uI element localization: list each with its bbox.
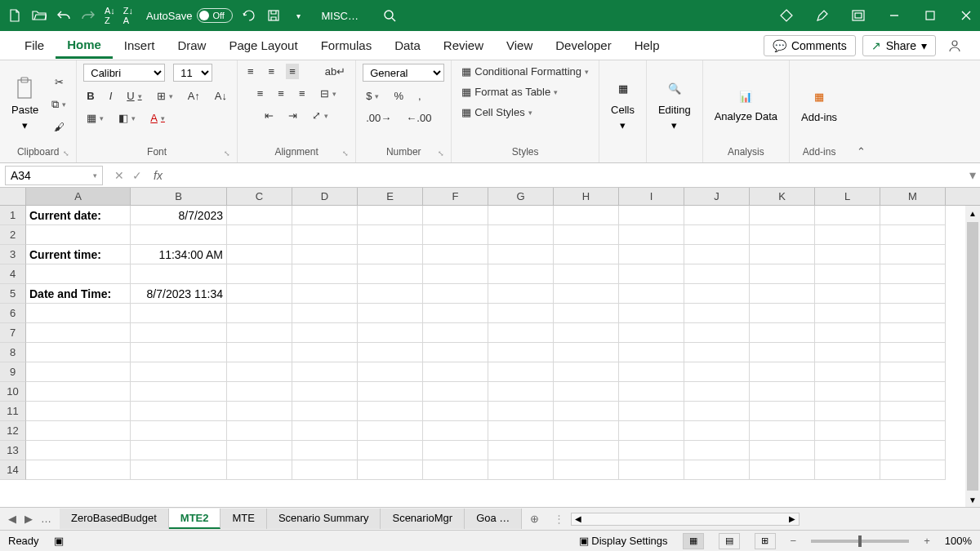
expand-formula-bar-icon[interactable]: ▾ (965, 167, 980, 183)
cell[interactable] (358, 382, 423, 402)
sort-asc-icon[interactable]: A↓Z (105, 7, 115, 24)
cell[interactable] (227, 460, 292, 480)
row-header[interactable]: 12 (0, 421, 26, 441)
cell[interactable] (684, 225, 750, 245)
cut-icon[interactable]: ✂ (51, 74, 67, 90)
row-header[interactable]: 14 (0, 460, 26, 480)
increase-decimal-icon[interactable]: .00→ (363, 110, 394, 126)
cell[interactable] (750, 206, 815, 225)
dialog-launcher-icon[interactable]: ⤡ (224, 149, 230, 158)
percent-icon[interactable]: % (390, 88, 407, 104)
cell[interactable] (880, 402, 946, 421)
row-header[interactable]: 13 (0, 441, 26, 460)
cell[interactable] (131, 421, 227, 441)
minimize-icon[interactable] (887, 8, 902, 23)
cell[interactable] (750, 441, 815, 460)
cell[interactable] (358, 323, 423, 343)
merge-icon[interactable]: ⊟▾ (317, 86, 340, 101)
cell[interactable] (358, 304, 423, 323)
horizontal-scrollbar[interactable]: ◀ ▶ (571, 513, 800, 526)
cell[interactable] (227, 284, 292, 304)
cell[interactable] (880, 343, 946, 362)
cell[interactable] (131, 460, 227, 480)
cell[interactable] (750, 323, 815, 343)
cell[interactable] (750, 382, 815, 402)
cell[interactable] (554, 362, 619, 382)
cell-styles-button[interactable]: ▦Cell Styles▾ (458, 104, 535, 120)
font-color-icon[interactable]: A▾ (147, 110, 168, 126)
display-settings-button[interactable]: ▣ Display Settings (579, 535, 668, 547)
cell[interactable] (292, 362, 358, 382)
cell[interactable] (488, 323, 554, 343)
new-file-icon[interactable] (7, 7, 23, 24)
cell[interactable] (750, 421, 815, 441)
cell[interactable] (619, 245, 684, 264)
tab-insert[interactable]: Insert (113, 33, 167, 57)
cell[interactable] (131, 441, 227, 460)
sheet-tab[interactable]: Goa … (465, 509, 522, 529)
cell[interactable] (227, 362, 292, 382)
zoom-out-icon[interactable]: − (791, 535, 797, 547)
cell[interactable] (619, 206, 684, 225)
cell[interactable] (619, 441, 684, 460)
cell[interactable] (227, 225, 292, 245)
row-header[interactable]: 5 (0, 284, 26, 304)
dialog-launcher-icon[interactable]: ⤡ (438, 149, 444, 158)
cell[interactable] (619, 264, 684, 284)
cell[interactable] (488, 343, 554, 362)
cell[interactable] (619, 284, 684, 304)
cell[interactable] (619, 362, 684, 382)
cell[interactable] (358, 206, 423, 225)
cell[interactable] (880, 460, 946, 480)
row-header[interactable]: 11 (0, 402, 26, 421)
cell[interactable] (423, 206, 488, 225)
cell[interactable] (750, 245, 815, 264)
cell[interactable] (423, 343, 488, 362)
cell[interactable] (880, 382, 946, 402)
cell[interactable] (423, 284, 488, 304)
row-header[interactable]: 4 (0, 264, 26, 284)
cell[interactable] (292, 304, 358, 323)
undo-icon[interactable] (56, 7, 72, 24)
share-button[interactable]: ↗Share▾ (862, 35, 936, 56)
cell[interactable] (423, 460, 488, 480)
cell[interactable] (423, 323, 488, 343)
cell[interactable]: 8/7/2023 (131, 206, 227, 225)
select-all-corner[interactable] (0, 188, 26, 205)
decrease-indent-icon[interactable]: ⇤ (261, 108, 277, 123)
cell[interactable] (227, 264, 292, 284)
cell[interactable] (880, 304, 946, 323)
pen-icon[interactable] (815, 8, 830, 23)
format-painter-icon[interactable]: 🖌 (51, 119, 68, 135)
scroll-left-icon[interactable]: ◀ (572, 514, 585, 523)
increase-indent-icon[interactable]: ⇥ (285, 108, 301, 123)
cell[interactable] (292, 460, 358, 480)
cell[interactable] (880, 284, 946, 304)
cell[interactable] (684, 284, 750, 304)
cell[interactable] (358, 284, 423, 304)
cell[interactable] (554, 323, 619, 343)
column-header[interactable]: K (750, 188, 815, 205)
decrease-decimal-icon[interactable]: ←.00 (403, 110, 434, 126)
cell[interactable] (131, 402, 227, 421)
align-center-icon[interactable]: ≡ (274, 86, 287, 101)
cells-button[interactable]: ▦Cells▾ (606, 74, 639, 135)
cell[interactable] (488, 304, 554, 323)
cell[interactable] (26, 402, 131, 421)
editing-button[interactable]: 🔍Editing▾ (653, 74, 696, 135)
cell[interactable] (880, 421, 946, 441)
analyze-data-button[interactable]: 📊Analyze Data (710, 82, 782, 126)
cell[interactable] (358, 441, 423, 460)
cell[interactable] (26, 264, 131, 284)
cell[interactable] (684, 441, 750, 460)
italic-button[interactable]: I (106, 88, 116, 104)
row-header[interactable]: 7 (0, 323, 26, 343)
open-file-icon[interactable] (31, 7, 47, 24)
cell[interactable] (227, 343, 292, 362)
cell[interactable] (815, 441, 880, 460)
column-header[interactable]: M (880, 188, 946, 205)
cell[interactable] (880, 225, 946, 245)
cell[interactable] (227, 402, 292, 421)
align-bottom-icon[interactable]: ≡ (286, 64, 299, 79)
cell[interactable] (619, 343, 684, 362)
